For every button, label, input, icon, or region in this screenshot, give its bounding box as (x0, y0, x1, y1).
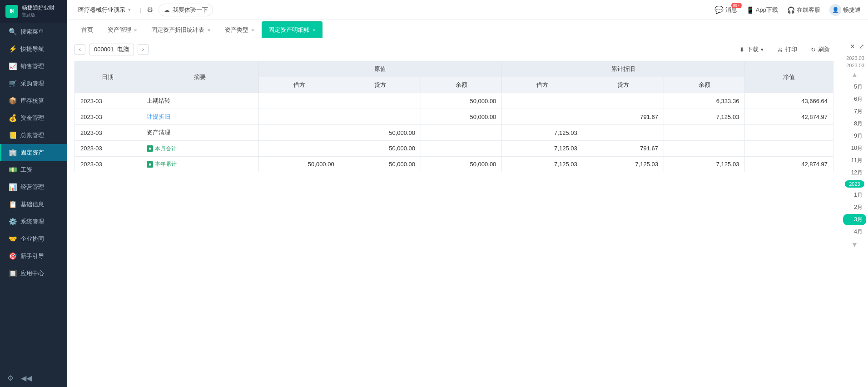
sidebar-item-operations[interactable]: 📊 经营管理 (0, 179, 67, 196)
sidebar-item-sales[interactable]: 📈 销售管理 (0, 58, 67, 75)
system-label: 系统管理 (20, 218, 44, 226)
quick-nav-icon: ⚡ (9, 45, 17, 53)
col-date-header: 日期 (75, 61, 141, 93)
cell-b2 (664, 141, 745, 157)
company-selector[interactable]: 医疗器械行业演示 ▾ (74, 4, 134, 16)
sidebar-nav: 🔍 搜索菜单 ⚡ 快捷导航 📈 销售管理 🛒 采购管理 📦 库存核算 💰 资金管… (0, 23, 67, 369)
sidebar-item-basic-info[interactable]: 📋 基础信息 (0, 196, 67, 213)
sidebar-item-search[interactable]: 🔍 搜索菜单 (0, 23, 67, 40)
timeline-month-10[interactable]: 10月 (843, 143, 866, 154)
print-button[interactable]: 🖨 打印 (774, 44, 801, 55)
sidebar-item-app-center[interactable]: 🔲 应用中心 (0, 265, 67, 282)
timeline-month-1[interactable]: 1月 (843, 189, 866, 201)
timeline-up-icon[interactable]: ▲ (843, 69, 866, 81)
sidebar-item-quick-nav[interactable]: ⚡ 快捷导航 (0, 40, 67, 58)
asset-tag: 000001 电脑 (89, 44, 134, 55)
messages-item[interactable]: 💬 消息 99+ (714, 5, 737, 14)
sidebar-item-payroll[interactable]: 💵 工资 (0, 161, 67, 179)
cell-d2: 7,125.03 (502, 125, 583, 141)
tab-asset-mgmt-close[interactable]: × (134, 27, 137, 33)
sidebar-item-guide[interactable]: 🎯 新手引导 (0, 248, 67, 265)
tab-asset-mgmt[interactable]: 资产管理 × (101, 21, 144, 38)
tab-home[interactable]: 首页 (74, 21, 100, 38)
company-name: 医疗器械行业演示 (78, 6, 125, 14)
timeline-month-3-active[interactable]: 3月 (843, 214, 866, 225)
cell-c1: 50,000.00 (340, 125, 421, 141)
asset-name: 电脑 (117, 46, 129, 53)
sidebar-item-enterprise[interactable]: 🤝 企业协同 (0, 230, 67, 248)
tab-asset-type-close[interactable]: × (251, 27, 254, 33)
download-button[interactable]: ⬇ 下载 ▾ (736, 44, 767, 55)
col-accumulated-depr-header: 累计折旧 (502, 61, 745, 77)
cell-c1 (340, 93, 421, 109)
col-debit1-header: 借方 (259, 77, 340, 93)
refresh-icon: ↻ (811, 46, 816, 53)
cell-d1 (259, 93, 340, 109)
sidebar-item-inventory[interactable]: 📦 库存核算 (0, 92, 67, 109)
settings-footer-icon[interactable]: ⚙ (7, 374, 14, 382)
guide-icon: 🎯 (9, 252, 17, 260)
timeline-month-9[interactable]: 9月 (843, 130, 866, 142)
sidebar-item-ledger[interactable]: 📒 总账管理 (0, 127, 67, 144)
cell-b1: 50,000.00 (421, 93, 502, 109)
experience-icon: ☁ (164, 6, 170, 14)
sidebar-item-purchase[interactable]: 🛒 采购管理 (0, 75, 67, 92)
cell-d2: 7,125.03 (502, 141, 583, 157)
user-item[interactable]: 👤 畅捷通 (829, 4, 861, 16)
close-panel-icon[interactable]: ✕ (849, 42, 856, 51)
month-total-icon: ■ (147, 145, 153, 152)
tab-asset-detail-close[interactable]: × (312, 27, 315, 33)
sidebar-item-fixed-assets[interactable]: 🏢 固定资产 (0, 144, 67, 161)
timeline-month-11[interactable]: 11月 (843, 155, 866, 166)
topbar-settings-icon[interactable]: ⚙ (147, 5, 153, 14)
cell-c1: 50,000.00 (340, 141, 421, 157)
cell-nv: 43,666.64 (745, 93, 833, 109)
collapse-icon[interactable]: ◀◀ (21, 374, 32, 382)
app-download-label: App下载 (756, 6, 778, 14)
tab-depreciation-stat[interactable]: 固定资产折旧统计表 × (144, 21, 217, 38)
timeline-month-2[interactable]: 2月 (843, 202, 866, 213)
prev-asset-button[interactable]: ‹ (74, 44, 85, 55)
timeline-month-6[interactable]: 6月 (843, 94, 866, 105)
experience-label: 我要体验一下 (173, 6, 208, 14)
sidebar-item-finance[interactable]: 💰 资金管理 (0, 109, 67, 127)
experience-button[interactable]: ☁ 我要体验一下 (159, 4, 213, 16)
timeline-month-12[interactable]: 12月 (843, 167, 866, 179)
cell-d2: 7,125.03 (502, 156, 583, 172)
timeline-month-4[interactable]: 4月 (843, 226, 866, 238)
online-service-item[interactable]: 🎧 在线客服 (787, 6, 820, 14)
online-service-label: 在线客服 (797, 6, 820, 14)
cell-d2 (502, 109, 583, 125)
refresh-button[interactable]: ↻ 刷新 (807, 44, 833, 55)
cell-b1 (421, 125, 502, 141)
timeline-month-8[interactable]: 8月 (843, 118, 866, 129)
company-dropdown-icon: ▾ (128, 7, 131, 13)
table-row: 2023-03 ■ 本年累计 50,000.00 50,000.00 50,00… (75, 156, 833, 172)
cell-summary: ■ 本年累计 (141, 156, 258, 172)
summary-link[interactable]: 计提折旧 (147, 113, 170, 120)
cell-c2: 7,125.03 (583, 156, 664, 172)
enterprise-label: 企业协同 (20, 235, 44, 243)
expand-panel-icon[interactable]: ⤢ (858, 42, 865, 51)
cell-c1 (340, 109, 421, 125)
tab-asset-type-label: 资产类型 (225, 26, 248, 34)
cell-b2 (664, 125, 745, 141)
timeline-down-icon[interactable]: ▼ (843, 238, 866, 252)
timeline-month-7[interactable]: 7月 (843, 106, 866, 117)
print-icon: 🖨 (777, 46, 783, 53)
quick-nav-label: 快捷导航 (20, 45, 44, 53)
sidebar-item-system[interactable]: ⚙️ 系统管理 (0, 213, 67, 230)
tab-asset-type[interactable]: 资产类型 × (218, 21, 261, 38)
cell-date: 2023-03 (75, 93, 141, 109)
search-icon: 🔍 (9, 28, 17, 36)
timeline-month-5[interactable]: 5月 (843, 81, 866, 93)
next-asset-button[interactable]: › (138, 44, 149, 55)
tab-depreciation-stat-close[interactable]: × (207, 27, 210, 33)
tab-asset-detail[interactable]: 固定资产明细账 × (262, 21, 322, 38)
cell-summary: 计提折旧 (141, 109, 258, 125)
cell-summary: ■ 本月合计 (141, 141, 258, 157)
app-download-item[interactable]: 📱 App下载 (746, 6, 778, 14)
inventory-label: 库存核算 (20, 97, 44, 105)
main-area: 医疗器械行业演示 ▾ | ⚙ ☁ 我要体验一下 💬 消息 99+ 📱 App下载… (67, 0, 868, 387)
finance-icon: 💰 (9, 114, 17, 122)
